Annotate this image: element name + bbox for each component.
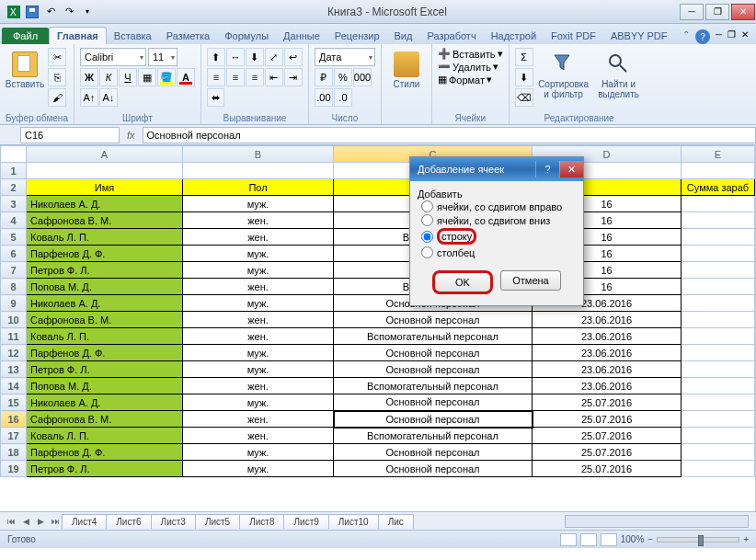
excel-icon[interactable]: X (6, 4, 22, 20)
cell-empty[interactable] (682, 345, 755, 361)
cell-name[interactable]: Парфенов Д. Ф. (27, 444, 183, 461)
tab-file[interactable]: Файл (2, 28, 49, 44)
cell-name[interactable]: Николаев А. Д. (27, 394, 183, 411)
indent-dec-icon[interactable]: ⇤ (265, 68, 283, 86)
cell-category[interactable]: Основной персонал (334, 411, 533, 428)
sheet-tab-Лист4[interactable]: Лист4 (62, 514, 107, 529)
doc-restore-icon[interactable]: ❐ (727, 29, 736, 44)
zoom-in-icon[interactable]: + (743, 534, 749, 544)
cell-sex[interactable]: жен. (183, 279, 334, 295)
row-header-17[interactable]: 17 (1, 428, 27, 444)
dec-decimal-icon[interactable]: .0 (334, 88, 352, 107)
tab-developer[interactable]: Разработч (419, 28, 483, 44)
view-layout-icon[interactable] (580, 533, 597, 546)
zoom-out-icon[interactable]: − (647, 534, 653, 544)
cell-category[interactable]: Основной персонал (334, 361, 533, 378)
cell-empty[interactable] (682, 428, 755, 444)
cell-date[interactable]: 23.06.2016 (533, 312, 682, 328)
cell-name[interactable]: Сафронова В. М. (27, 212, 183, 229)
minimize-ribbon-icon[interactable]: ⌃ (682, 29, 690, 44)
inc-decimal-icon[interactable]: .00 (315, 88, 333, 107)
radio-shift-right[interactable]: ячейки, со сдвигом вправо (418, 200, 576, 213)
border-icon[interactable]: ▦ (138, 68, 156, 86)
row-header-3[interactable]: 3 (1, 196, 27, 212)
cell-sex[interactable]: жен. (183, 411, 334, 428)
column-header-B[interactable]: B (183, 146, 334, 163)
row-header-6[interactable]: 6 (1, 246, 27, 262)
font-size-combo[interactable]: 11 (148, 48, 178, 66)
row-header-8[interactable]: 8 (1, 279, 27, 295)
cell-name[interactable]: Петров Ф. Л. (27, 361, 183, 378)
row-header-4[interactable]: 4 (1, 212, 27, 229)
sheet-tab-Лист6[interactable]: Лист6 (106, 514, 151, 529)
cell-empty[interactable] (682, 196, 755, 212)
cell-empty[interactable] (682, 394, 755, 411)
cell-date[interactable]: 23.06.2016 (533, 345, 682, 361)
tab-data[interactable]: Данные (276, 28, 327, 44)
cell-date[interactable]: 23.06.2016 (533, 328, 682, 345)
font-name-combo[interactable]: Calibri (80, 48, 146, 66)
align-bottom-icon[interactable]: ⬇ (246, 48, 264, 66)
row-header-18[interactable]: 18 (1, 444, 27, 461)
radio-column-input[interactable] (421, 246, 433, 258)
cell-sex[interactable]: муж. (183, 196, 334, 212)
row-header-16[interactable]: 16 (1, 411, 27, 428)
grow-font-icon[interactable]: A↑ (80, 88, 98, 107)
cell-category[interactable]: Вспомогательный персонал (334, 328, 533, 345)
cell-sex[interactable]: жен. (183, 328, 334, 345)
align-right-icon[interactable]: ≡ (246, 68, 264, 86)
row-header-7[interactable]: 7 (1, 262, 27, 279)
cell-name[interactable]: Николаев А. Д. (27, 295, 183, 312)
cell-category[interactable]: Вспомогательный персонал (334, 378, 533, 394)
cell-sex[interactable]: муж. (183, 295, 334, 312)
ok-button[interactable]: OK (432, 270, 493, 294)
cell-date[interactable]: 25.07.2016 (533, 444, 682, 461)
tab-insert[interactable]: Вставка (107, 28, 159, 44)
cell-category[interactable]: Основной персонал (334, 345, 533, 361)
sheet-nav-first-icon[interactable]: ⏮ (4, 514, 18, 529)
name-box[interactable]: C16 (20, 127, 120, 143)
tab-view[interactable]: Вид (387, 28, 420, 44)
cut-icon[interactable]: ✂ (48, 48, 66, 66)
sheet-nav-last-icon[interactable]: ⏭ (48, 514, 63, 529)
sheet-tab-Лист3[interactable]: Лист3 (151, 514, 196, 529)
cell-empty[interactable] (682, 411, 755, 428)
row-header-13[interactable]: 13 (1, 361, 27, 378)
delete-cells-button[interactable]: ➖Удалить ▾ (438, 61, 498, 73)
copy-icon[interactable]: ⎘ (48, 68, 66, 86)
fill-icon[interactable]: ⬇ (515, 68, 533, 86)
row-header-9[interactable]: 9 (1, 295, 27, 312)
cell-empty[interactable] (682, 262, 755, 279)
cell-empty[interactable] (682, 295, 755, 312)
formula-input[interactable]: Основной персонал (143, 127, 756, 143)
cell-name[interactable]: Попова М. Д. (27, 279, 183, 295)
row-header-11[interactable]: 11 (1, 328, 27, 345)
cell-name[interactable]: Парфенов Д. Ф. (27, 345, 183, 361)
radio-shift-down-input[interactable] (421, 214, 433, 226)
cell-empty[interactable] (682, 229, 755, 246)
cell-sex[interactable]: жен. (183, 378, 334, 394)
sheet-tab-Лист5[interactable]: Лист5 (195, 514, 240, 529)
select-all-corner[interactable] (1, 146, 27, 163)
qat-dropdown-icon[interactable]: ▾ (79, 4, 96, 20)
cell-sex[interactable]: жен. (183, 312, 334, 328)
row-header-12[interactable]: 12 (1, 345, 27, 361)
cell-name[interactable]: Парфенов Д. Ф. (27, 246, 183, 262)
fill-color-icon[interactable]: 🪣 (157, 68, 176, 86)
find-select-button[interactable]: Найти и выделить (594, 48, 644, 99)
view-normal-icon[interactable] (560, 533, 577, 546)
paste-button[interactable]: Вставить (6, 48, 44, 89)
row-header-2[interactable]: 2 (1, 179, 27, 196)
sheet-tab-Лист8[interactable]: Лист8 (239, 514, 284, 529)
close-button[interactable]: ✕ (731, 4, 755, 20)
italic-icon[interactable]: К (99, 68, 118, 86)
cell-empty[interactable] (682, 378, 755, 394)
radio-column[interactable]: столбец (418, 246, 576, 259)
cell-name[interactable]: Сафронова В. М. (27, 312, 183, 328)
merge-icon[interactable]: ⬌ (207, 88, 224, 107)
number-format-combo[interactable]: Дата (315, 48, 375, 66)
dialog-close-icon[interactable]: ✕ (559, 161, 583, 177)
cell-sex[interactable]: жен. (183, 428, 334, 444)
align-middle-icon[interactable]: ↔ (226, 48, 245, 66)
doc-minimize-icon[interactable]: ─ (716, 29, 722, 44)
